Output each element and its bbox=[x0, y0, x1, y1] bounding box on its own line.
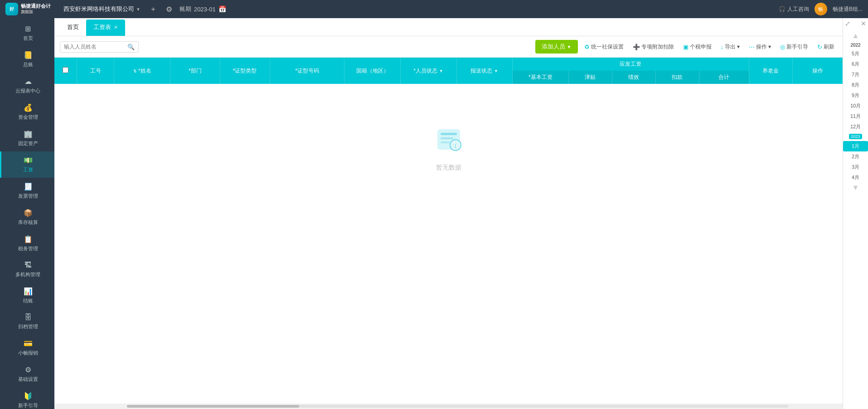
calendar-icon[interactable]: 📅 bbox=[218, 5, 226, 13]
header-actions: ＋ ⚙ 账期 2023-01 📅 bbox=[148, 5, 226, 14]
empty-icon: :( bbox=[431, 120, 467, 156]
company-selector[interactable]: 西安虾米网络科技有限公司 ▼ bbox=[63, 5, 141, 13]
sidebar-item-label: 结账 bbox=[23, 297, 33, 304]
th-idno: *证型号码 bbox=[270, 58, 344, 84]
period-month-6[interactable]: 6月 bbox=[843, 59, 868, 69]
period-month-4[interactable]: 4月 bbox=[843, 172, 868, 183]
fund-icon: 💰 bbox=[24, 103, 33, 112]
search-input[interactable] bbox=[64, 44, 127, 50]
sidebar-item-expense[interactable]: 💳 小畅报销 bbox=[0, 335, 54, 361]
add-company-button[interactable]: ＋ bbox=[148, 5, 159, 14]
period-month-3[interactable]: 3月 bbox=[843, 162, 868, 172]
period-month-7[interactable]: 7月 bbox=[843, 69, 868, 80]
sidebar-item-archive[interactable]: 🗄 归档管理 bbox=[0, 309, 54, 335]
sidebar-item-label: 小畅报销 bbox=[18, 350, 38, 356]
th-country: 国籍（地区） bbox=[344, 58, 401, 84]
search-wrap: 🔍 bbox=[60, 41, 139, 53]
th-payroll-group: 应发工资 bbox=[513, 58, 749, 71]
human-consult-button[interactable]: 🎧 人工咨询 bbox=[779, 5, 809, 13]
salary-icon: 💵 bbox=[24, 156, 33, 165]
sidebar-item-label: 多机构管理 bbox=[15, 271, 40, 278]
operation-chevron-icon: ▾ bbox=[768, 44, 771, 50]
tax-icon: 📋 bbox=[24, 235, 33, 243]
th-subsidy: 津贴 bbox=[568, 71, 612, 84]
period-month-2[interactable]: 2月 bbox=[843, 151, 868, 162]
user-avatar[interactable]: 畅 bbox=[815, 3, 827, 15]
right-period-panel: ✕ ⤢ ▲ 2022 5月 6月 7月 8月 9月 10月 11月 12月 20… bbox=[843, 18, 868, 409]
sidebar-item-label: 库存核算 bbox=[18, 219, 38, 226]
sidebar-item-fund[interactable]: 💰 资金管理 bbox=[0, 99, 54, 125]
sidebar-item-multi-org[interactable]: 🏗 多机构管理 bbox=[0, 257, 54, 282]
sidebar-item-label: 新手引导 bbox=[18, 402, 38, 409]
table-header-row1: 工号 ⇅ *姓名 *部门 *证型类型 *证型号码 国籍（地区） *人员状态 ▼ … bbox=[54, 58, 843, 71]
app-logo-icon: 好 bbox=[5, 3, 18, 15]
tab-bar: 首页 工资表 ✕ bbox=[54, 18, 843, 36]
sidebar-item-settings[interactable]: ⚙ 基础设置 bbox=[0, 361, 54, 387]
multi-org-icon: 🏗 bbox=[24, 261, 32, 269]
sidebar-item-label: 工资 bbox=[23, 166, 33, 173]
export-button[interactable]: ↓ 导出 ▾ bbox=[718, 41, 743, 53]
sidebar-item-label: 基础设置 bbox=[18, 376, 38, 383]
content-area: 首页 工资表 ✕ 🔍 添加人员 ▼ ♻ 统一社保设置 ➕ 专 bbox=[54, 18, 843, 409]
svg-text::(: :( bbox=[453, 142, 456, 149]
sidebar-item-cloud-report[interactable]: ☁ 云报表中心 bbox=[0, 73, 54, 99]
svg-rect-2 bbox=[441, 137, 453, 139]
period-month-10[interactable]: 10月 bbox=[843, 101, 868, 111]
assets-icon: 🏢 bbox=[24, 130, 33, 138]
sidebar-item-assets[interactable]: 🏢 固定资产 bbox=[0, 125, 54, 151]
period-month-9[interactable]: 9月 bbox=[843, 90, 868, 101]
tab-close-icon[interactable]: ✕ bbox=[114, 24, 118, 30]
tab-home-label: 首页 bbox=[67, 23, 79, 31]
period-month-11[interactable]: 11月 bbox=[843, 111, 868, 122]
period-month-1[interactable]: 1月 bbox=[843, 141, 868, 151]
person-status-filter-icon[interactable]: ▼ bbox=[439, 68, 443, 73]
period-month-8[interactable]: 8月 bbox=[843, 80, 868, 90]
sidebar-item-guide[interactable]: 🔰 新手引导 bbox=[0, 387, 54, 409]
guide-button[interactable]: ◎ 新手引导 bbox=[777, 41, 811, 53]
period-scroll-down-button[interactable]: ▼ bbox=[851, 183, 860, 193]
sidebar-item-invoice[interactable]: 🧾 发票管理 bbox=[0, 178, 54, 204]
special-deduction-button[interactable]: ➕ 专项附加扣除 bbox=[630, 41, 677, 53]
search-icon[interactable]: 🔍 bbox=[127, 44, 135, 50]
period-month-5[interactable]: 5月 bbox=[843, 49, 868, 59]
sidebar-item-inventory[interactable]: 📦 库存核算 bbox=[0, 204, 54, 230]
add-person-button[interactable]: 添加人员 ▼ bbox=[535, 40, 578, 54]
period-month-12[interactable]: 12月 bbox=[843, 122, 868, 132]
social-insurance-button[interactable]: ♻ 统一社保设置 bbox=[582, 41, 626, 53]
tax-declaration-button[interactable]: ▣ 个税申报 bbox=[680, 41, 714, 53]
th-name: ⇅ *姓名 bbox=[114, 58, 170, 84]
tab-home[interactable]: 首页 bbox=[60, 19, 86, 36]
archive-icon: 🗄 bbox=[24, 313, 32, 321]
close-panel-icon[interactable]: ✕ bbox=[861, 20, 866, 27]
sidebar-item-home[interactable]: ⊞ 首页 bbox=[0, 20, 54, 46]
scrollbar-track[interactable] bbox=[127, 405, 788, 408]
refresh-button[interactable]: ↻ 刷新 bbox=[815, 41, 837, 53]
period-year-badge-2023: 2023 bbox=[849, 134, 862, 139]
operation-button[interactable]: ⋯ 操作 ▾ bbox=[746, 41, 774, 53]
empty-state: :( 暂无数据 bbox=[54, 84, 843, 208]
tab-salary-table[interactable]: 工资表 ✕ bbox=[86, 19, 125, 36]
sidebar-item-label: 总账 bbox=[23, 61, 33, 68]
sidebar-item-settlement[interactable]: 📊 结账 bbox=[0, 282, 54, 309]
expand-panel-icon[interactable]: ⤢ bbox=[845, 20, 850, 27]
user-name[interactable]: 畅捷通B组... bbox=[833, 5, 863, 13]
sort-icon: ⇅ bbox=[133, 69, 137, 73]
select-all-checkbox[interactable] bbox=[63, 67, 68, 73]
main-layout: ⊞ 首页 📒 总账 ☁ 云报表中心 💰 资金管理 🏢 固定资产 💵 工资 🧾 发… bbox=[0, 18, 868, 409]
export-icon: ↓ bbox=[721, 44, 724, 50]
period-scroll-up-button[interactable]: ▲ bbox=[851, 31, 860, 41]
th-deduction: 扣款 bbox=[655, 71, 699, 84]
sidebar-item-label: 归档管理 bbox=[18, 323, 38, 330]
report-status-filter-icon[interactable]: ▼ bbox=[494, 68, 499, 73]
sidebar-item-tax[interactable]: 📋 税务管理 bbox=[0, 230, 54, 257]
th-checkbox bbox=[54, 58, 77, 84]
sidebar-item-salary[interactable]: 💵 工资 bbox=[0, 151, 54, 178]
th-operation: 操作 bbox=[793, 58, 843, 84]
th-idtype: *证型类型 bbox=[220, 58, 270, 84]
period-value: 2023-01 bbox=[194, 6, 216, 13]
th-performance: 绩效 bbox=[612, 71, 655, 84]
scrollbar-thumb[interactable] bbox=[127, 405, 299, 408]
settings-icon[interactable]: ⚙ bbox=[164, 5, 174, 14]
home-icon: ⊞ bbox=[25, 24, 31, 33]
sidebar-item-ledger[interactable]: 📒 总账 bbox=[0, 46, 54, 73]
